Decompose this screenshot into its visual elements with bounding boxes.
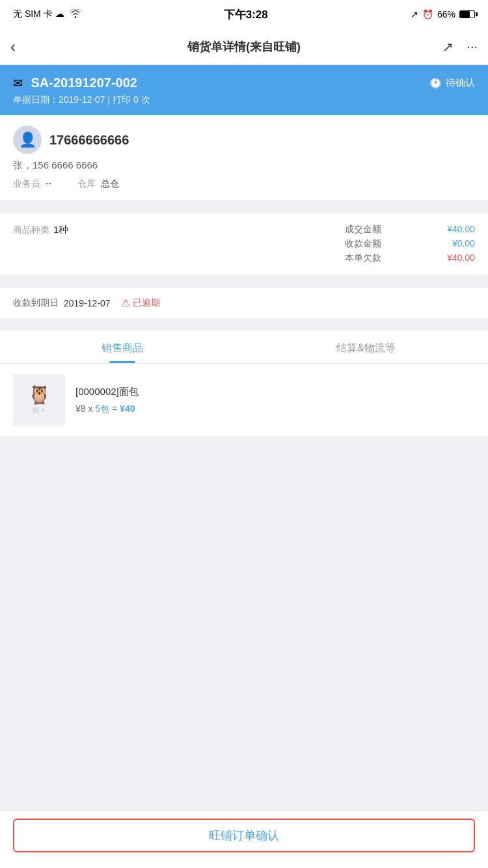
- share-icon[interactable]: ↗: [442, 39, 454, 55]
- bottom-bar: 旺铺订单确认: [0, 810, 488, 868]
- location-icon: ↗: [411, 9, 418, 20]
- status-bar-left: 无 SIM 卡 ☁: [13, 8, 81, 20]
- confirm-order-button[interactable]: 旺铺订单确认: [13, 819, 475, 852]
- brand-plus-text: 鲜+: [32, 405, 46, 416]
- overdue-card: 收款到期日 2019-12-07 ⚠ 已逾期: [0, 288, 488, 318]
- battery-icon: [459, 10, 475, 18]
- salesperson-meta: 业务员 --: [13, 178, 51, 190]
- tab-sales-goods-label: 销售商品: [102, 342, 143, 353]
- divider-2: [0, 281, 488, 288]
- warehouse-value: 总仓: [101, 178, 119, 189]
- product-total: ¥40: [120, 403, 135, 414]
- page-title: 销货单详情(来自旺铺): [187, 39, 301, 55]
- alarm-icon: ⏰: [422, 9, 433, 20]
- tabs-container: 销售商品 结算&物流等: [0, 331, 488, 364]
- product-thumbnail: 🦉 鲜+: [13, 374, 65, 426]
- product-equals: =: [109, 403, 120, 414]
- empty-area: [0, 444, 488, 587]
- divider-1: [0, 207, 488, 213]
- received-label: 收款金额: [345, 238, 381, 250]
- customer-phone: 17666666666: [49, 133, 129, 148]
- order-date: 单据日期：2019-12-07 | 打印 0 次: [13, 94, 475, 106]
- more-icon[interactable]: ···: [467, 39, 478, 54]
- deal-amount-value: ¥40.00: [447, 224, 475, 236]
- goods-type-container: 商品种类 1种: [13, 224, 143, 236]
- overdue-badge: ⚠ 已逾期: [121, 297, 160, 309]
- status-clock-icon: 🕐: [429, 77, 442, 89]
- salesperson-value: --: [46, 178, 51, 189]
- order-id: SA-20191207-002: [31, 75, 137, 90]
- received-row: 收款金额 ¥0.00: [345, 238, 475, 250]
- customer-meta: 业务员 -- 仓库 总仓: [13, 178, 475, 190]
- owed-value: ¥40.00: [447, 252, 475, 264]
- customer-top: 👤 17666666666: [13, 126, 475, 154]
- tab-sales-goods[interactable]: 销售商品: [0, 331, 244, 363]
- warehouse-label: 仓库: [77, 178, 96, 189]
- avatar-icon: 👤: [19, 131, 36, 148]
- goods-type-value: 1种: [53, 224, 68, 236]
- order-status: 🕐 待确认: [429, 77, 475, 89]
- battery-text: 66%: [437, 9, 455, 20]
- product-info: [0000002]面包 ¥8 x 5包 = ¥40: [75, 386, 475, 415]
- customer-name: 张，156 6666 6666: [13, 159, 475, 172]
- product-price: ¥8 x 5包 = ¥40: [75, 403, 475, 415]
- nav-bar: ‹ 销货单详情(来自旺铺) ↗ ···: [0, 29, 488, 65]
- overdue-text: 已逾期: [133, 297, 160, 309]
- table-row: 🦉 鲜+ [0000002]面包 ¥8 x 5包 = ¥40: [0, 364, 488, 437]
- status-bar-right: ↗ ⏰ 66%: [411, 9, 475, 20]
- overdue-date: 2019-12-07: [64, 298, 111, 308]
- order-header-top: ✉ SA-20191207-002 🕐 待确认: [13, 75, 475, 90]
- status-text: 待确认: [446, 77, 475, 89]
- product-list: 🦉 鲜+ [0000002]面包 ¥8 x 5包 = ¥40: [0, 364, 488, 437]
- deal-amount-row: 成交金额 ¥40.00: [345, 224, 475, 236]
- received-value: ¥0.00: [452, 238, 475, 250]
- deal-amount-label: 成交金额: [345, 224, 381, 236]
- nav-actions: ↗ ···: [442, 39, 478, 55]
- order-header: ✉ SA-20191207-002 🕐 待确认 单据日期：2019-12-07 …: [0, 65, 488, 115]
- overdue-label: 收款到期日: [13, 297, 59, 309]
- brand-owl-icon: 🦉: [28, 384, 51, 405]
- warehouse-meta: 仓库 总仓: [77, 178, 119, 190]
- product-price-text: ¥8 x: [75, 403, 95, 414]
- amount-stats: 成交金额 ¥40.00 收款金额 ¥0.00 本单欠款 ¥40.00: [345, 224, 475, 264]
- product-thumb-inner: 🦉 鲜+: [28, 384, 51, 416]
- divider-3: [0, 325, 488, 331]
- product-name: [0000002]面包: [75, 386, 475, 398]
- product-qty: 5包: [95, 403, 109, 414]
- status-bar: 无 SIM 卡 ☁ 下午3:28 ↗ ⏰ 66%: [0, 0, 488, 29]
- stats-card: 商品种类 1种 成交金额 ¥40.00 收款金额 ¥0.00 本单欠款 ¥40.…: [0, 213, 488, 275]
- avatar: 👤: [13, 126, 42, 154]
- overdue-warning-icon: ⚠: [121, 297, 130, 309]
- no-sim-text: 无 SIM 卡 ☁: [13, 8, 64, 20]
- salesperson-label: 业务员: [13, 178, 40, 189]
- owed-label: 本单欠款: [345, 252, 381, 264]
- goods-type-label: 商品种类: [13, 224, 49, 236]
- tab-settlement[interactable]: 结算&物流等: [244, 331, 488, 363]
- status-bar-time: 下午3:28: [224, 7, 268, 22]
- wifi-icon: [70, 9, 81, 20]
- order-id-container: ✉ SA-20191207-002: [13, 75, 137, 90]
- order-icon: ✉: [13, 77, 23, 90]
- customer-card: 👤 17666666666 张，156 6666 6666 业务员 -- 仓库 …: [0, 115, 488, 200]
- owed-row: 本单欠款 ¥40.00: [345, 252, 475, 264]
- back-button[interactable]: ‹: [10, 38, 36, 56]
- tab-settlement-label: 结算&物流等: [336, 342, 396, 353]
